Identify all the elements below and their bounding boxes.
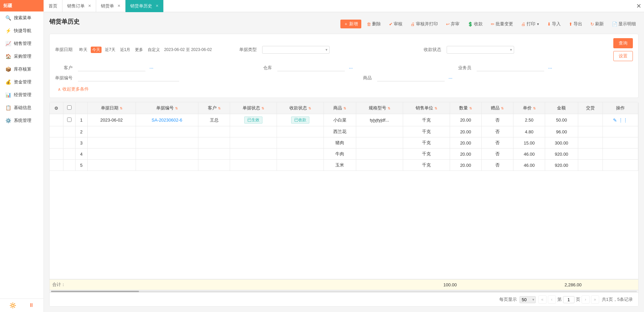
- page-size-label: 每页显示: [499, 296, 517, 303]
- collect-button[interactable]: 💲 收款: [465, 20, 485, 28]
- select-all-checkbox[interactable]: [67, 105, 72, 110]
- cell-product: 猪肉: [324, 137, 356, 149]
- cell-transaction: [578, 114, 603, 126]
- filter-settings-button[interactable]: 设置: [613, 51, 633, 61]
- shortcut-more[interactable]: 更多: [134, 47, 144, 53]
- cell-doc-date: 2023-06-02: [87, 114, 136, 126]
- refresh-button[interactable]: ↻ 刷新: [588, 20, 607, 28]
- col-header-qty[interactable]: 数量⇅: [450, 102, 481, 114]
- tab-delivery-history-close[interactable]: ✕: [156, 4, 159, 8]
- close-all-tabs-btn[interactable]: ✕: [636, 2, 641, 10]
- sort-icon-spec: ⇅: [388, 106, 390, 110]
- customer-dots-btn[interactable]: ···: [149, 65, 153, 71]
- tab-home[interactable]: 首页: [44, 0, 62, 12]
- warehouse-input[interactable]: [277, 64, 345, 71]
- tab-delivery[interactable]: 销货单 ✕: [96, 0, 125, 12]
- doc-type-select[interactable]: [262, 46, 330, 54]
- last-page-btn[interactable]: »: [591, 295, 599, 304]
- cell-gift: 否: [481, 137, 513, 149]
- sidebar-item-finance-mgmt[interactable]: 💰 资金管理: [0, 76, 44, 88]
- sidebar-item-quick-nav[interactable]: ⚡ 快捷导航: [0, 24, 44, 37]
- sidebar-item-sales-mgmt[interactable]: 📈 销售管理: [0, 37, 44, 50]
- export-button[interactable]: ⬆ 导出: [566, 20, 585, 28]
- staff-dots-btn[interactable]: ···: [548, 65, 552, 71]
- sidebar-bottom-btn2[interactable]: ⏸: [29, 302, 34, 309]
- page-number-input[interactable]: [563, 296, 575, 303]
- cell-unit-price: 4.80: [513, 126, 545, 137]
- more-action-icon[interactable]: ⋮⋮: [618, 118, 628, 123]
- abandon-button[interactable]: ↩ 弃审: [443, 20, 462, 28]
- audit-button[interactable]: ✔ 审核: [386, 20, 405, 28]
- data-table-wrap: ⚙ 单据日期⇅ 单据编号⇅ 客户⇅: [49, 102, 639, 307]
- import-button[interactable]: ⬇ 导入: [544, 20, 563, 28]
- staff-input[interactable]: [477, 64, 544, 71]
- audit-print-icon: 🖨: [411, 22, 415, 27]
- col-header-settings[interactable]: ⚙: [50, 102, 63, 114]
- col-label-doc-status: 单据状态: [243, 105, 260, 111]
- col-header-doc-status[interactable]: 单据状态⇅: [230, 102, 277, 114]
- col-header-gift[interactable]: 赠品⇅: [481, 102, 513, 114]
- summary-total-qty: 100.00: [79, 282, 564, 287]
- page-size-select[interactable]: 50 100: [520, 296, 536, 303]
- col-header-spec[interactable]: 规格型号⇅: [356, 102, 403, 114]
- summary-total-amount: 2,286.00: [564, 282, 636, 287]
- query-button[interactable]: 查询: [613, 38, 633, 48]
- shortcut-custom[interactable]: 自定义: [146, 47, 161, 53]
- col-header-action: 操作: [603, 102, 638, 114]
- warehouse-dots-btn[interactable]: ···: [349, 65, 353, 71]
- col-header-customer[interactable]: 客户⇅: [198, 102, 230, 114]
- cell-doc-no: [136, 160, 198, 171]
- col-header-unit[interactable]: 销售单位⇅: [403, 102, 450, 114]
- table-container[interactable]: ⚙ 单据日期⇅ 单据编号⇅ 客户⇅: [50, 102, 638, 279]
- customer-input[interactable]: [78, 64, 145, 71]
- delete-icon: 🗑: [367, 22, 371, 27]
- product-input[interactable]: [377, 75, 445, 81]
- tab-delivery-close[interactable]: ✕: [117, 4, 120, 8]
- sidebar-item-inventory[interactable]: 📦 库存核算: [0, 63, 44, 76]
- tab-sales-order-close[interactable]: ✕: [88, 4, 91, 8]
- batch-change-button[interactable]: ✏ 批量变更: [488, 20, 516, 28]
- cell-unit: 千克: [403, 149, 450, 160]
- docno-input[interactable]: [78, 75, 179, 81]
- edit-action-icon[interactable]: ✎: [613, 118, 617, 123]
- tab-delivery-history[interactable]: 销货单历史 ✕: [125, 0, 164, 12]
- cell-payment-status: [277, 126, 324, 137]
- new-button[interactable]: ＋ 新增: [340, 20, 361, 28]
- col-header-doc-date[interactable]: 单据日期⇅: [87, 102, 136, 114]
- sidebar-item-search-menu[interactable]: 🔍 搜索菜单: [0, 11, 44, 24]
- product-dots-btn[interactable]: ···: [449, 75, 453, 81]
- audit-print-button[interactable]: 🖨 审核并打印: [408, 20, 441, 28]
- sidebar-bottom-btn1[interactable]: 🔆: [9, 302, 16, 309]
- horizontal-scrollbar[interactable]: [50, 290, 638, 292]
- shortcut-1month[interactable]: 近1月: [119, 47, 132, 53]
- tab-sales-order[interactable]: 销售订单 ✕: [62, 0, 96, 12]
- col-header-product[interactable]: 商品⇅: [324, 102, 356, 114]
- sidebar-item-label: 采购管理: [14, 53, 31, 59]
- sidebar-item-sys-mgmt[interactable]: ⚙️ 系统管理: [0, 114, 44, 127]
- cell-amount: 50.00: [545, 114, 578, 126]
- col-label-doc-no: 单据编号: [156, 105, 174, 111]
- next-page-btn[interactable]: ›: [582, 295, 590, 304]
- row-checkbox[interactable]: [67, 118, 72, 122]
- delete-button[interactable]: 🗑 删除: [364, 20, 384, 28]
- shortcut-yesterday[interactable]: 昨天: [78, 47, 89, 53]
- collapse-filter-btn[interactable]: ∧ 收起更多条件: [55, 85, 633, 94]
- shortcut-7days[interactable]: 近7天: [104, 47, 117, 53]
- cell-spec: [356, 137, 403, 149]
- sidebar-item-operations-mgmt[interactable]: 📊 经营管理: [0, 88, 44, 101]
- payment-status-select[interactable]: [447, 46, 514, 54]
- show-details-button[interactable]: 📄 显示明细: [609, 20, 639, 28]
- cell-rowno: 1: [75, 114, 87, 126]
- col-header-doc-no[interactable]: 单据编号⇅: [136, 102, 198, 114]
- first-page-btn[interactable]: «: [538, 295, 547, 304]
- sidebar-item-basic-info[interactable]: 📋 基础信息: [0, 101, 44, 114]
- print-button[interactable]: 🖨 打印: [519, 20, 542, 28]
- filter-row-3: 单据编号 商品 ···: [55, 75, 633, 81]
- shortcut-today[interactable]: 今天: [91, 47, 102, 53]
- sidebar-item-purchase-mgmt[interactable]: 🏠 采购管理: [0, 50, 44, 63]
- col-header-payment-status[interactable]: 收款状态⇅: [277, 102, 324, 114]
- audit-icon: ✔: [389, 22, 393, 27]
- cell-payment-status: [277, 149, 324, 160]
- col-header-unit-price[interactable]: 单价⇅: [513, 102, 545, 114]
- prev-page-btn[interactable]: ‹: [548, 295, 556, 304]
